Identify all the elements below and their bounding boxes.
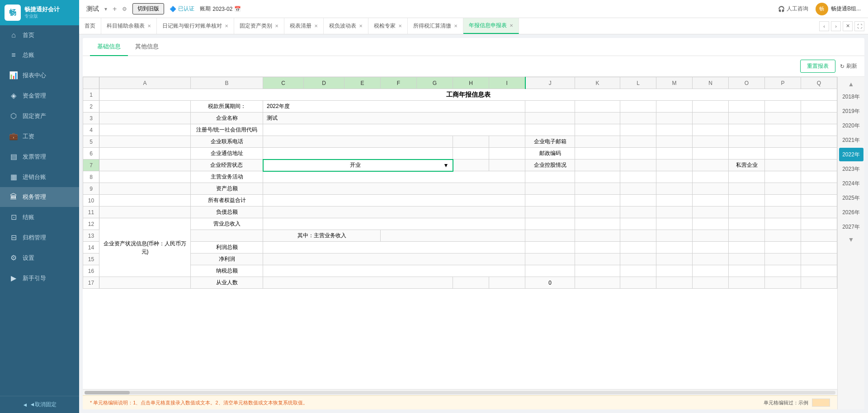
sidebar-item-funds[interactable]: ◈ 资金管理 [0, 85, 79, 106]
table-cell[interactable]: 主营业务活动 [191, 171, 263, 183]
table-cell[interactable] [693, 136, 729, 148]
tab-home[interactable]: 首页 [79, 18, 101, 34]
table-cell[interactable] [693, 171, 729, 183]
table-cell[interactable] [525, 265, 575, 277]
table-cell[interactable] [575, 171, 620, 183]
table-cell[interactable]: 测试 [263, 113, 525, 124]
table-cell[interactable] [693, 253, 729, 265]
user-menu[interactable]: 畅 畅捷通B组... [816, 3, 861, 15]
table-cell[interactable] [693, 218, 729, 230]
tab-close-icon[interactable]: ✕ [147, 23, 151, 28]
year-scroll-down-button[interactable]: ▼ [838, 234, 864, 245]
year-scroll-up-button[interactable]: ▲ [838, 79, 864, 89]
table-cell[interactable] [263, 148, 453, 160]
table-cell[interactable] [489, 160, 525, 171]
table-cell[interactable] [693, 206, 729, 218]
col-header-G[interactable]: G [417, 77, 453, 89]
table-cell[interactable] [620, 195, 656, 206]
table-cell[interactable] [765, 195, 801, 206]
col-header-D[interactable]: D [304, 77, 344, 89]
table-cell[interactable] [765, 265, 801, 277]
table-cell[interactable] [525, 253, 575, 265]
tab-income-tax[interactable]: 所得税汇算清缴 ✕ [408, 18, 463, 34]
table-cell[interactable] [620, 265, 656, 277]
tab-close-icon[interactable]: ✕ [314, 23, 318, 28]
col-header-B[interactable]: B [191, 77, 263, 89]
tab-annual-report[interactable]: 年报信息申报表 ✕ [463, 18, 519, 34]
table-cell[interactable] [693, 101, 729, 113]
col-header-C[interactable]: C [263, 77, 304, 89]
col-header-L[interactable]: L [620, 77, 656, 89]
table-cell[interactable] [620, 242, 656, 253]
table-cell[interactable] [693, 160, 729, 171]
year-item-2024[interactable]: 2024年 [839, 177, 863, 190]
table-cell[interactable] [99, 277, 191, 289]
table-cell[interactable] [99, 171, 191, 183]
col-header-I[interactable]: I [489, 77, 525, 89]
table-cell[interactable] [575, 136, 620, 148]
table-cell[interactable]: 负债总额 [191, 206, 263, 218]
table-cell[interactable] [99, 136, 191, 148]
table-cell[interactable] [729, 195, 765, 206]
table-cell[interactable] [381, 230, 525, 242]
col-header-E[interactable]: E [344, 77, 381, 89]
table-cell[interactable] [525, 206, 575, 218]
table-cell[interactable] [575, 253, 620, 265]
year-item-2022[interactable]: 2022年 [839, 148, 863, 161]
table-cell[interactable] [620, 101, 656, 113]
table-cell[interactable] [575, 124, 620, 136]
sidebar-item-tax[interactable]: 🏛 税务管理 [0, 187, 79, 207]
tab-close-icon[interactable]: ✕ [509, 23, 513, 28]
table-cell[interactable] [263, 206, 525, 218]
table-cell[interactable] [99, 206, 191, 218]
table-cell[interactable] [525, 124, 575, 136]
table-cell[interactable]: 企业控股情况 [525, 160, 575, 171]
table-cell[interactable] [263, 253, 525, 265]
calendar-icon[interactable]: 📅 [234, 6, 241, 12]
table-cell[interactable] [801, 230, 837, 242]
sub-tab-basic[interactable]: 基础信息 [90, 38, 128, 56]
table-cell[interactable] [656, 195, 693, 206]
horizontal-scrollbar[interactable] [83, 389, 837, 395]
table-cell[interactable] [656, 242, 693, 253]
table-cell[interactable] [575, 218, 620, 230]
table-cell[interactable] [656, 277, 693, 289]
table-cell[interactable] [525, 242, 575, 253]
table-cell[interactable] [765, 277, 801, 289]
table-cell[interactable] [765, 242, 801, 253]
year-item-2025[interactable]: 2025年 [839, 191, 863, 205]
table-cell[interactable] [263, 183, 525, 195]
table-cell[interactable] [765, 253, 801, 265]
table-cell[interactable] [693, 242, 729, 253]
table-cell[interactable]: 所有者权益合计 [191, 195, 263, 206]
table-cell[interactable]: 资产总额 [191, 183, 263, 195]
col-header-A[interactable]: A [99, 77, 191, 89]
table-cell[interactable] [693, 148, 729, 160]
table-cell[interactable] [99, 124, 191, 136]
table-cell[interactable] [620, 206, 656, 218]
year-item-2023[interactable]: 2023年 [839, 162, 863, 176]
tab-journal[interactable]: 日记账与银行对账单核对 ✕ [157, 18, 234, 34]
reset-report-button[interactable]: 重置报表 [800, 60, 835, 73]
collapse-button[interactable]: ◄ ◄取消固定 [5, 401, 75, 408]
year-item-2021[interactable]: 2021年 [839, 133, 863, 147]
table-cell[interactable] [693, 183, 729, 195]
table-cell[interactable]: 企业名称 [191, 113, 263, 124]
add-workspace-button[interactable]: + [113, 5, 117, 13]
table-cell-merged[interactable]: 企业资产状况信息(币种：人民币万元) [99, 218, 191, 277]
table-cell[interactable] [729, 230, 765, 242]
table-cell[interactable] [620, 253, 656, 265]
tab-next-button[interactable]: › [831, 21, 841, 31]
service-button[interactable]: 🎧 人工咨询 [778, 5, 808, 13]
table-cell[interactable] [489, 136, 525, 148]
col-header-H[interactable]: H [453, 77, 489, 89]
table-cell[interactable] [99, 148, 191, 160]
table-cell[interactable] [656, 230, 693, 242]
table-cell[interactable] [525, 171, 575, 183]
table-cell[interactable] [729, 148, 765, 160]
table-cell[interactable] [656, 171, 693, 183]
table-cell[interactable] [656, 124, 693, 136]
table-cell[interactable] [99, 183, 191, 195]
table-cell[interactable] [575, 230, 620, 242]
table-cell[interactable] [801, 160, 837, 171]
